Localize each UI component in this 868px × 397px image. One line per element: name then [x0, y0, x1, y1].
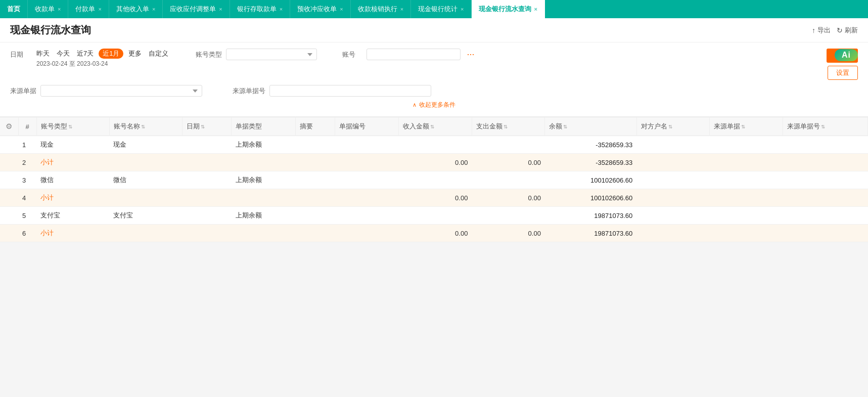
close-icon[interactable]: × [340, 6, 343, 12]
close-icon[interactable]: × [280, 6, 283, 12]
account-dots-button[interactable]: ··· [467, 49, 474, 60]
close-icon[interactable]: × [58, 6, 61, 12]
td-counterparty [636, 225, 709, 242]
date-btn-custom[interactable]: 自定义 [147, 49, 170, 59]
page-header: 现金银行流水查询 ↑ 导出 ↻ 刷新 [0, 18, 868, 42]
date-filter-label: 日期 [10, 49, 30, 59]
table-row: 2小计0.000.00-3528659.33 [0, 154, 868, 171]
th-source-doc-no[interactable]: 来源单据号⇅ [783, 117, 867, 136]
nav-tab-fukuandan[interactable]: 付款单 × [68, 0, 109, 18]
close-icon[interactable]: × [461, 6, 464, 12]
th-doc-no[interactable]: 单据编号 [335, 117, 399, 136]
td-row-no: 3 [18, 171, 36, 189]
th-source-doc[interactable]: 来源单据⇅ [710, 117, 783, 136]
nav-tab-yinhangcunqu[interactable]: 银行存取款单 × [230, 0, 290, 18]
th-settings[interactable]: ⚙ [0, 117, 18, 136]
source-doc-select[interactable] [40, 85, 202, 97]
ai-badge[interactable]: Ai [835, 49, 858, 61]
td-date [182, 154, 232, 171]
td-gear [0, 207, 18, 225]
td-account-name: 支付宝 [109, 207, 182, 225]
nav-tab-qitashouru[interactable]: 其他收入单 × [109, 0, 163, 18]
date-btn-more[interactable]: 更多 [126, 49, 144, 59]
close-icon[interactable]: × [98, 6, 101, 12]
td-balance: 19871073.60 [545, 207, 636, 225]
account-input[interactable] [367, 49, 461, 60]
td-gear [0, 225, 18, 242]
td-counterparty [636, 189, 709, 207]
th-counterparty[interactable]: 对方户名⇅ [636, 117, 709, 136]
td-summary [295, 207, 335, 225]
td-row-no: 2 [18, 154, 36, 171]
td-row-no: 6 [18, 225, 36, 242]
nav-tab-liushuichaxun[interactable]: 现金银行流水查询 × [472, 0, 545, 18]
nav-tab-yushouzhong[interactable]: 预收冲应收单 × [290, 0, 350, 18]
sort-icon: ⇅ [68, 124, 72, 129]
close-icon[interactable]: × [400, 6, 403, 12]
nav-tab-xianjinyinhang[interactable]: 现金银行统计 × [411, 0, 471, 18]
gear-icon: ⚙ [6, 122, 12, 130]
td-source-doc-no [783, 136, 867, 154]
th-balance[interactable]: 余额⇅ [545, 117, 636, 136]
nav-tab-shoukuanhexiao[interactable]: 收款核销执行 × [351, 0, 411, 18]
close-icon[interactable]: × [219, 6, 222, 12]
th-date[interactable]: 日期⇅ [182, 117, 232, 136]
account-type-select[interactable] [226, 49, 317, 60]
td-income [399, 207, 472, 225]
td-source-doc [710, 136, 783, 154]
date-btn-today[interactable]: 今天 [55, 49, 72, 59]
td-account-name [109, 154, 182, 171]
table-row: 1现金现金上期余额-3528659.33 [0, 136, 868, 154]
account-type-label: 账号类型 [196, 50, 222, 59]
td-account-name [109, 189, 182, 207]
th-account-type[interactable]: 账号类型⇅ [36, 117, 109, 136]
td-date [182, 189, 232, 207]
header-actions: ↑ 导出 ↻ 刷新 [812, 26, 858, 35]
td-balance: 100102606.60 [545, 171, 636, 189]
close-icon[interactable]: × [534, 6, 537, 12]
table-row: 6小计0.000.0019871073.60 [0, 225, 868, 242]
td-source-doc-no [783, 225, 867, 242]
date-shortcuts: 昨天 今天 近7天 近1月 更多 自定义 [34, 49, 170, 59]
settings-button[interactable]: 设置 [828, 66, 858, 80]
td-source-doc [710, 207, 783, 225]
date-btn-1month[interactable]: 近1月 [99, 49, 123, 59]
source-doc-no-input[interactable] [269, 85, 431, 97]
refresh-button[interactable]: ↻ 刷新 [837, 26, 858, 35]
nav-tab-yingshouyingfu[interactable]: 应收应付调整单 × [163, 0, 230, 18]
td-doc-type [232, 225, 295, 242]
date-filter-group: 昨天 今天 近7天 近1月 更多 自定义 2023-02-24 至 2023-0… [34, 49, 170, 68]
td-date [182, 171, 232, 189]
td-account-type: 支付宝 [36, 207, 109, 225]
nav-tab-shoukuandan[interactable]: 收款单 × [28, 0, 68, 18]
td-account-type: 小计 [36, 189, 109, 207]
close-icon[interactable]: × [152, 6, 155, 12]
date-btn-7days[interactable]: 近7天 [75, 49, 96, 59]
th-doc-type[interactable]: 单据类型 [232, 117, 295, 136]
td-account-type: 现金 [36, 136, 109, 154]
td-summary [295, 225, 335, 242]
date-btn-yesterday[interactable]: 昨天 [34, 49, 52, 59]
th-income[interactable]: 收入金额⇅ [399, 117, 472, 136]
th-account-name[interactable]: 账号名称⇅ [109, 117, 182, 136]
date-range-display: 2023-02-24 至 2023-03-24 [36, 60, 170, 68]
th-expense[interactable]: 支出金额⇅ [472, 117, 544, 136]
td-account-type: 微信 [36, 171, 109, 189]
table-row: 4小计0.000.00100102606.60 [0, 189, 868, 207]
nav-home[interactable]: 首页 [0, 0, 28, 18]
td-counterparty [636, 154, 709, 171]
td-source-doc-no [783, 154, 867, 171]
td-account-name [109, 225, 182, 242]
td-date [182, 225, 232, 242]
sort-icon: ⇅ [668, 124, 672, 129]
td-source-doc-no [783, 207, 867, 225]
td-doc-no [335, 207, 399, 225]
collapse-bar[interactable]: ∧ 收起更多条件 [10, 99, 858, 112]
td-source-doc-no [783, 171, 867, 189]
th-no: # [18, 117, 36, 136]
export-button[interactable]: ↑ 导出 [812, 26, 831, 35]
refresh-icon: ↻ [837, 26, 843, 34]
table-row: 5支付宝支付宝上期余额19871073.60 [0, 207, 868, 225]
td-account-name: 现金 [109, 136, 182, 154]
table-body: 1现金现金上期余额-3528659.332小计0.000.00-3528659.… [0, 136, 868, 242]
